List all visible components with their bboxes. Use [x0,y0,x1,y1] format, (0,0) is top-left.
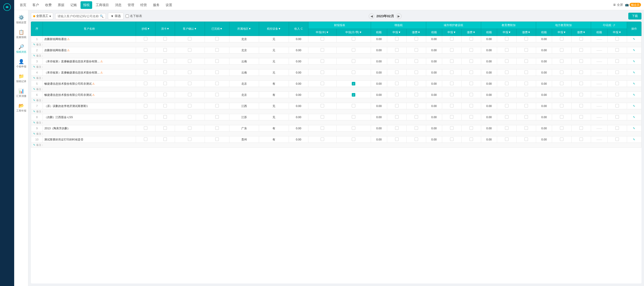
cell-jy-jf[interactable] [517,92,536,98]
cell-confirm[interactable] [175,103,205,109]
unchecked-box[interactable] [352,59,355,63]
unchecked-box[interactable] [579,137,583,141]
cell-cs-sb[interactable] [442,92,461,98]
unchecked-box[interactable] [505,137,509,141]
nav-settings[interactable]: 设置 [163,1,175,9]
cell-qingka[interactable] [155,81,175,87]
unchecked-box[interactable] [615,93,619,96]
cell-annual[interactable] [308,92,336,98]
nav-customer[interactable]: 客户 [30,1,42,9]
cell-yh-sb[interactable] [607,81,627,87]
unchecked-box[interactable] [579,93,583,96]
cell-df-sb[interactable] [552,36,572,42]
unchecked-box[interactable] [215,82,219,85]
cell-cs-sb[interactable] [442,81,461,87]
th-jy-jf[interactable]: 缴费▼ [517,29,536,36]
unchecked-box[interactable] [505,93,509,96]
cell-chaoshui[interactable] [136,58,155,65]
cell-df-jf[interactable] [572,81,591,87]
cell-annual[interactable] [308,81,336,87]
cell-df-sb[interactable] [552,136,572,143]
cell-jy-jf[interactable] [517,47,536,53]
edit-icon[interactable]: ✎ [633,127,635,130]
unchecked-box[interactable] [560,126,563,130]
cell-taxdone[interactable] [205,136,229,143]
mingxibiao-checkbox[interactable] [126,14,129,18]
cell-taxdone[interactable] [205,114,229,120]
th-qingka[interactable]: 清卡▼ [155,22,175,36]
cell-monthly[interactable] [336,47,371,53]
unchecked-box[interactable] [321,82,324,85]
unchecked-box[interactable] [524,37,528,41]
cell-chaoshui[interactable] [136,81,155,87]
cell-cs-jf[interactable] [461,81,481,87]
cell-df-sb[interactable] [552,103,572,109]
nav-home[interactable]: 首页 [17,1,29,9]
cell-jy-jf[interactable] [517,125,536,132]
edit-icon[interactable]: ✎ [633,38,635,41]
cell-monthly[interactable]: ✓ [336,81,371,87]
edit-icon[interactable]: ✎ [633,104,635,108]
edit-icon[interactable]: ✎ [633,138,635,141]
cell-df-jf[interactable] [572,36,591,42]
cell-qingka[interactable] [155,92,175,98]
unchecked-box[interactable] [615,126,619,130]
nav-operation[interactable]: 经营 [138,1,149,9]
th-zz-jf[interactable]: 缴费▼ [406,29,426,36]
cell-monthly[interactable] [336,103,371,109]
unchecked-box[interactable] [615,115,619,119]
cell-zz-jf[interactable] [406,103,426,109]
remark-edit-icon[interactable]: ✎ [33,43,35,46]
unchecked-box[interactable] [215,37,219,41]
unchecked-box[interactable] [395,59,399,63]
th-zz-sb[interactable]: 申报▼ [387,29,406,36]
unchecked-box[interactable] [615,137,619,141]
unchecked-box[interactable] [560,48,563,52]
unchecked-box[interactable] [144,126,147,130]
unchecked-box[interactable] [415,82,418,85]
unchecked-box[interactable] [188,37,191,41]
cell-cs-sb[interactable] [442,58,461,65]
cell-chaoshui[interactable] [136,136,155,143]
th-tax-paid[interactable]: 已完税▼ [205,22,229,36]
cell-df-sb[interactable] [552,47,572,53]
cell-zz-jf[interactable] [406,81,426,87]
sidebar-item-batchreport[interactable]: 📋 批量报税 [14,27,28,42]
unchecked-box[interactable] [470,126,473,130]
cell-jy-jf[interactable] [517,114,536,120]
cell-yh-sb[interactable] [607,136,627,143]
unchecked-box[interactable] [615,37,619,41]
unchecked-box[interactable] [615,82,619,85]
cell-zz-jf[interactable] [406,47,426,53]
unchecked-box[interactable] [215,115,219,119]
cell-qingka[interactable] [155,103,175,109]
cell-jy-jf[interactable] [517,69,536,76]
cell-taxdone[interactable] [205,36,229,42]
unchecked-box[interactable] [615,48,619,52]
unchecked-box[interactable] [395,82,399,85]
unchecked-box[interactable] [579,82,583,85]
cell-zz-jf[interactable] [406,58,426,65]
cell-qingka[interactable] [155,136,175,143]
unchecked-box[interactable] [163,137,167,141]
unchecked-box[interactable] [560,104,563,108]
cell-confirm[interactable] [175,136,205,143]
th-monthly-report[interactable]: 申报(月/季)▼ [336,29,371,36]
cell-zz-jf[interactable] [406,125,426,132]
th-cs-jf[interactable]: 缴费▼ [461,29,481,36]
fullscreen-btn[interactable]: 🖥 全屏 [613,3,623,7]
cell-name[interactable]: （原）误删勿改李艳牙测试斯赛斯1 [43,103,136,109]
cell-confirm[interactable] [175,69,205,76]
unchecked-box[interactable] [215,48,219,52]
cell-monthly[interactable] [336,114,371,120]
unchecked-box[interactable] [450,104,454,108]
cell-jy-sb[interactable] [497,81,517,87]
unchecked-box[interactable] [215,93,219,96]
unchecked-box[interactable] [188,104,191,108]
cell-zz-sb[interactable] [387,81,406,87]
unchecked-box[interactable] [395,126,399,130]
unchecked-box[interactable] [163,104,167,108]
cell-yh-sb[interactable] [607,36,627,42]
cell-annual[interactable] [308,36,336,42]
unchecked-box[interactable] [163,126,167,130]
